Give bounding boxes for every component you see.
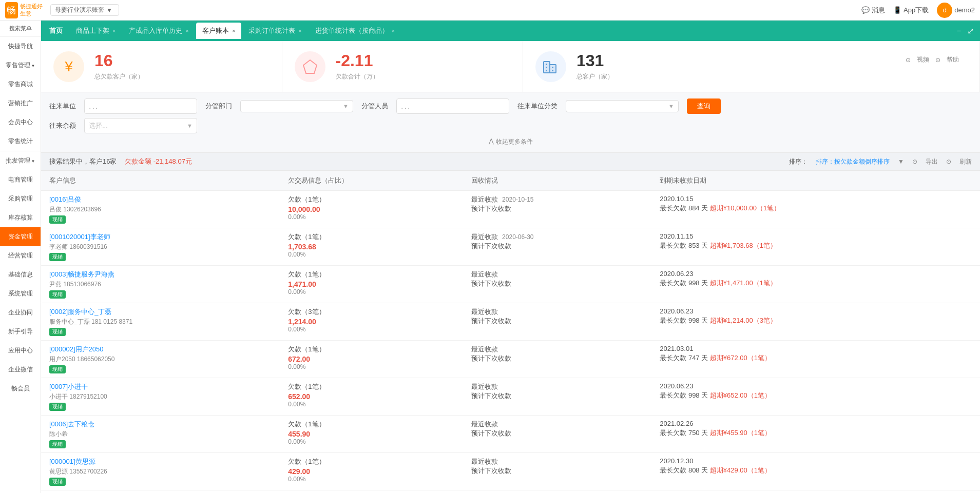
sidebar-item-wholesale[interactable]: 批发管理: [0, 151, 41, 170]
filter-select-dept[interactable]: ▼: [240, 100, 353, 112]
filter-input-person[interactable]: ...: [396, 98, 509, 114]
collect-status-cell-6: 最近收款 预计下次收款: [463, 416, 651, 453]
app-container: 畅 畅捷通好生意 母婴行业演示账套 ▼ 💬 消息 📱 App下载 d demo2: [0, 0, 980, 493]
overdue-amount-link-3[interactable]: 超期¥1,214.00（3笔）: [710, 317, 777, 324]
sidebar-item-inventory[interactable]: 库存核算: [0, 208, 41, 227]
customer-tag-4: 现销: [49, 365, 66, 373]
last-collect-3: 最近收款: [471, 307, 643, 317]
customer-name-7[interactable]: [000001]黄思源: [49, 457, 272, 466]
overdue-amount-link-7[interactable]: 超期¥429.00（1笔）: [710, 466, 771, 474]
sidebar-item-app-center[interactable]: 应用中心: [0, 341, 41, 360]
last-collect-4: 最近收款: [471, 345, 643, 354]
debt-count-7: 欠款（1笔）: [288, 457, 455, 466]
customer-name-3[interactable]: [0002]服务中心_丁磊: [49, 307, 272, 317]
overdue-amount-link-4[interactable]: 超期¥672.00（1笔）: [710, 354, 771, 362]
sort-value[interactable]: 排序：按欠款金额倒序排序: [816, 157, 890, 166]
sidebar-item-system[interactable]: 系统管理: [0, 284, 41, 303]
debt-amount-3[interactable]: 1,214.00: [288, 318, 455, 326]
filter-area: 往来单位 ... 分管部门 ▼ 分管人员 ... 往来单位分类: [41, 92, 980, 153]
tab-product-listing-close[interactable]: ×: [112, 28, 116, 34]
table-row: [000001]黄思源 黄思源 13552700226 现销 欠款（1笔） 42…: [41, 453, 980, 490]
sidebar-item-new-guide[interactable]: 新手引导: [0, 322, 41, 341]
debt-amount-5[interactable]: 652.00: [288, 392, 455, 401]
customer-phone-3: 服务中心_丁磊 181 0125 8371: [49, 318, 272, 326]
sidebar-search[interactable]: 搜索菜单: [0, 21, 41, 37]
search-button[interactable]: 查询: [687, 98, 721, 114]
message-button[interactable]: 💬 消息: [861, 6, 885, 15]
tab-product-listing[interactable]: 商品上下架 ×: [70, 23, 122, 39]
sidebar-item-retail-stats[interactable]: 零售统计: [0, 132, 41, 151]
user-avatar-button[interactable]: d demo2: [937, 3, 975, 18]
collect-status-cell-7: 最近收款 预计下次收款: [463, 453, 651, 490]
sidebar-item-basic-info[interactable]: 基础信息: [0, 265, 41, 284]
th-customer-info: 客户信息: [41, 171, 280, 191]
store-selector[interactable]: 母婴行业演示账套 ▼: [50, 4, 119, 16]
last-collect-0: 最近收款 2020-10-15: [471, 195, 643, 204]
export-button[interactable]: 导出: [926, 157, 938, 166]
overdue-amount-link-5[interactable]: 超期¥652.00（1笔）: [710, 391, 771, 399]
tab-purchase-order-stats[interactable]: 采购订单统计表 ×: [242, 23, 308, 39]
customer-info-cell-5: [0007]小进干 小进干 18279152100 现销: [41, 378, 280, 416]
filter-input-unit[interactable]: ...: [84, 98, 197, 114]
help-link[interactable]: 帮助: [947, 55, 959, 64]
maximize-icon[interactable]: ⤢: [967, 26, 974, 36]
app-download-button[interactable]: 📱 App下载: [893, 6, 929, 15]
debt-amount-1[interactable]: 1,703.68: [288, 243, 455, 251]
customer-name-2[interactable]: [0003]畅捷服务尹海燕: [49, 270, 272, 279]
sidebar-item-vip-member[interactable]: 畅会员: [0, 379, 41, 398]
tab-purchase-order-stats-close[interactable]: ×: [298, 28, 301, 34]
video-link[interactable]: 视频: [917, 55, 929, 64]
customer-name-1[interactable]: [0001020001]李老师: [49, 232, 272, 242]
tab-customer-ledger[interactable]: 客户账本 ×: [196, 23, 241, 39]
overdue-cell-4: 2021.03.01 最长欠款 747 天 超期¥672.00（1笔）: [651, 341, 980, 378]
overdue-amount-link-6[interactable]: 超期¥455.90（1笔）: [710, 429, 771, 437]
overdue-amount-link-0[interactable]: 超期¥10,000.00（1笔）: [710, 204, 780, 212]
overdue-amount-link-1[interactable]: 超期¥1,703.68（1笔）: [710, 242, 777, 249]
sidebar-item-member-center[interactable]: 会员中心: [0, 113, 41, 132]
debt-amount-4[interactable]: 672.00: [288, 355, 455, 363]
debt-amount-0[interactable]: 10,000.00: [288, 205, 455, 213]
stat-icon-building: [535, 51, 566, 82]
minimize-icon[interactable]: －: [955, 26, 963, 36]
sidebar-item-enterprise-collab[interactable]: 企业协同: [0, 303, 41, 322]
table-container: 客户信息 欠交易信息（占比） 回收情况 到期未收款日期 [0016]吕俊 吕俊 …: [41, 171, 980, 493]
overdue-cell-3: 2020.06.23 最长欠款 998 天 超期¥1,214.00（3笔）: [651, 303, 980, 341]
tab-home[interactable]: 首页: [43, 23, 69, 39]
overdue-amount-link-2[interactable]: 超期¥1,471.00（1笔）: [710, 279, 777, 287]
sidebar-item-purchase[interactable]: 采购管理: [0, 189, 41, 208]
tab-production-history[interactable]: 产成品入库单历史 ×: [123, 23, 195, 39]
filter-select-balance[interactable]: 选择... ▼: [84, 118, 197, 133]
customer-name-0[interactable]: [0016]吕俊: [49, 195, 272, 204]
sidebar-item-ecommerce[interactable]: 电商管理: [0, 170, 41, 189]
message-label: 消息: [872, 6, 885, 15]
table-row: [0001020001]李老师 李老师 18600391516 现销 欠款（1笔…: [41, 228, 980, 266]
sidebar-item-marketing[interactable]: 营销推广: [0, 94, 41, 113]
stat-card-total-customers: 131 总客户（家） ⊙ 视频 ⊙ 帮助: [523, 41, 980, 92]
result-amount: 欠款金额 -21,148.07元: [125, 157, 192, 165]
collect-status-cell-2: 最近收款 预计下次收款: [463, 266, 651, 303]
customer-name-6[interactable]: [0006]去下粮仓: [49, 420, 272, 429]
debt-amount-6[interactable]: 455.90: [288, 430, 455, 438]
debt-amount-2[interactable]: 1,471.00: [288, 280, 455, 288]
tab-incoming-stats-close[interactable]: ×: [392, 28, 395, 34]
tab-customer-ledger-close[interactable]: ×: [232, 28, 235, 34]
sidebar-item-enterprise-wechat[interactable]: 企业微信: [0, 360, 41, 379]
overdue-days-2: 最长欠款 998 天 超期¥1,471.00（1笔）: [660, 279, 972, 288]
customer-name-4[interactable]: [000002]用户2050: [49, 345, 272, 354]
filter-label-balance: 往来余额: [49, 121, 76, 130]
customer-tag-0: 现销: [49, 215, 66, 224]
svg-rect-3: [546, 64, 547, 65]
filter-select-unit-class[interactable]: ▼: [566, 100, 679, 112]
overdue-days-7: 最长欠款 808 天 超期¥429.00（1笔）: [660, 466, 972, 475]
debt-amount-7[interactable]: 429.00: [288, 467, 455, 476]
sidebar-item-retail-mall[interactable]: 零售商城: [0, 75, 41, 94]
tab-incoming-stats[interactable]: 进货单统计表（按商品） ×: [309, 23, 401, 39]
refresh-button[interactable]: 刷新: [959, 157, 972, 166]
sidebar-item-finance[interactable]: 资金管理: [0, 227, 41, 246]
sidebar-item-quick-nav[interactable]: 快捷导航: [0, 37, 41, 56]
customer-name-5[interactable]: [0007]小进干: [49, 382, 272, 391]
sidebar-item-retail-management[interactable]: 零售管理: [0, 56, 41, 75]
sidebar-item-operations[interactable]: 经营管理: [0, 246, 41, 265]
collapse-row[interactable]: ⋀ 收起更多条件: [49, 137, 972, 146]
tab-production-history-close[interactable]: ×: [185, 28, 188, 34]
